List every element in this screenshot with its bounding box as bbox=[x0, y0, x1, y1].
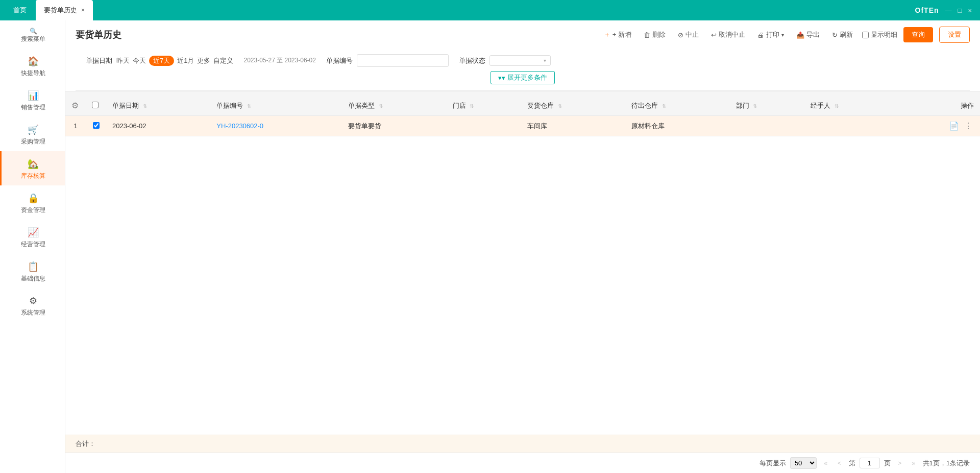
th-req-warehouse: 要货仓库 ⇅ bbox=[521, 96, 625, 116]
sidebar-item-operations-mgmt[interactable]: 📈 经营管理 bbox=[0, 220, 65, 254]
print-button[interactable]: 🖨 打印 ▾ bbox=[754, 28, 787, 41]
sidebar-item-purchase-mgmt[interactable]: 🛒 采购管理 bbox=[0, 117, 65, 151]
sort-pending-warehouse-icon[interactable]: ⇅ bbox=[662, 103, 666, 109]
page-unit: 页 bbox=[884, 459, 891, 468]
sidebar-item-search-menu[interactable]: 🔍 搜索菜单 bbox=[0, 20, 65, 49]
pagination-bar: 每页显示 20 50 100 « < 第 页 > » 共1页，1条记录 bbox=[65, 453, 980, 473]
cancel-stop-label: 取消中止 bbox=[719, 30, 745, 39]
top-bar: 首页 要货单历史 × OfTEn — □ × bbox=[0, 0, 980, 20]
window-maximize-btn[interactable]: □ bbox=[958, 7, 962, 14]
row-checkbox[interactable] bbox=[93, 122, 100, 129]
sort-doc-type-icon[interactable]: ⇅ bbox=[379, 103, 383, 109]
status-select[interactable]: ▾ bbox=[489, 55, 551, 66]
more-btn[interactable]: 更多 bbox=[197, 56, 210, 65]
docno-filter-group: 单据编号 bbox=[326, 54, 449, 67]
th-req-warehouse-label: 要货仓库 bbox=[527, 102, 554, 109]
tab-active[interactable]: 要货单历史 × bbox=[36, 0, 93, 20]
search-menu-icon: 🔍 bbox=[30, 28, 37, 35]
brand-text: OfTEn bbox=[915, 6, 939, 14]
sort-store-icon[interactable]: ⇅ bbox=[470, 103, 474, 109]
select-all-checkbox[interactable] bbox=[92, 102, 99, 108]
display-cell-label: 显示明细 bbox=[871, 30, 897, 39]
new-button[interactable]: ＋ + 新增 bbox=[601, 28, 634, 41]
content-area: 要货单历史 ＋ + 新增 🗑 删除 ⊘ 中止 ↩ bbox=[65, 20, 980, 473]
last7days-btn[interactable]: 近7天 bbox=[149, 56, 174, 66]
sort-doc-date-icon[interactable]: ⇅ bbox=[143, 103, 147, 109]
new-label: + 新增 bbox=[612, 30, 631, 39]
toolbar: ＋ + 新增 🗑 删除 ⊘ 中止 ↩ 取消中止 bbox=[601, 27, 970, 43]
delete-label: 删除 bbox=[652, 30, 666, 39]
stop-button[interactable]: ⊘ 中止 bbox=[675, 28, 702, 41]
td-row-num: 1 bbox=[65, 116, 86, 136]
td-operation: 📄 ⋮ bbox=[894, 116, 980, 136]
th-doc-no: 单据编号 ⇅ bbox=[210, 96, 342, 116]
basic-info-icon: 📋 bbox=[28, 261, 39, 272]
settings-button[interactable]: 设置 bbox=[939, 27, 970, 43]
delete-button[interactable]: 🗑 删除 bbox=[641, 28, 669, 41]
yesterday-btn[interactable]: 昨天 bbox=[116, 56, 130, 65]
sidebar-item-finance-mgmt[interactable]: 🔒 资金管理 bbox=[0, 185, 65, 220]
doc-no-link[interactable]: YH-20230602-0 bbox=[216, 122, 263, 130]
sidebar-item-sales-mgmt[interactable]: 📊 销售管理 bbox=[0, 83, 65, 117]
status-select-arrow-icon: ▾ bbox=[544, 58, 546, 63]
custom-btn[interactable]: 自定义 bbox=[213, 56, 233, 65]
row-more-icon[interactable]: ⋮ bbox=[964, 122, 972, 130]
window-minimize-btn[interactable]: — bbox=[945, 7, 952, 14]
next-page-btn[interactable]: > bbox=[895, 458, 905, 468]
page-number-input[interactable] bbox=[860, 458, 880, 468]
table-area: ⚙ 单据日期 ⇅ 单据编号 ⇅ bbox=[65, 96, 980, 435]
filter-area: 单据日期 昨天 今天 近7天 近1月 更多 自定义 2023-05-27 至 2… bbox=[76, 48, 970, 91]
th-handler-label: 经手人 bbox=[811, 102, 830, 109]
table-header-row: ⚙ 单据日期 ⇅ 单据编号 ⇅ bbox=[65, 96, 980, 116]
tab-home[interactable]: 首页 bbox=[5, 0, 35, 20]
th-department: 部门 ⇅ bbox=[730, 96, 804, 116]
td-doc-no: YH-20230602-0 bbox=[210, 116, 342, 136]
last1month-btn[interactable]: 近1月 bbox=[177, 56, 194, 65]
per-page-select[interactable]: 20 50 100 bbox=[790, 457, 817, 469]
sidebar-item-system-mgmt[interactable]: ⚙ 系统管理 bbox=[0, 288, 65, 322]
th-store: 门店 ⇅ bbox=[447, 96, 521, 116]
sort-doc-no-icon[interactable]: ⇅ bbox=[247, 103, 251, 109]
print-dropdown-icon: ▾ bbox=[781, 32, 784, 38]
filter-row-1: 单据日期 昨天 今天 近7天 近1月 更多 自定义 2023-05-27 至 2… bbox=[86, 54, 960, 67]
window-close-btn[interactable]: × bbox=[968, 7, 972, 14]
th-settings: ⚙ bbox=[65, 96, 86, 116]
docno-input[interactable] bbox=[357, 54, 449, 67]
total-info: 共1页，1条记录 bbox=[923, 459, 970, 468]
sort-handler-icon[interactable]: ⇅ bbox=[835, 103, 839, 109]
stop-icon: ⊘ bbox=[678, 31, 683, 39]
th-pending-warehouse: 待出仓库 ⇅ bbox=[625, 96, 729, 116]
sidebar-item-basic-info[interactable]: 📋 基础信息 bbox=[0, 254, 65, 288]
sidebar-item-quick-nav[interactable]: 🏠 快捷导航 bbox=[0, 49, 65, 83]
export-label: 导出 bbox=[806, 30, 820, 39]
today-btn[interactable]: 今天 bbox=[133, 56, 146, 65]
sidebar-label-search-menu: 搜索菜单 bbox=[21, 35, 45, 43]
sort-req-warehouse-icon[interactable]: ⇅ bbox=[558, 103, 562, 109]
th-operation: 操作 bbox=[894, 96, 980, 116]
pending-warehouse-value: 原材料仓库 bbox=[631, 122, 665, 130]
active-tab-label: 要货单历史 bbox=[44, 6, 77, 15]
query-button[interactable]: 查询 bbox=[903, 27, 933, 42]
th-pending-warehouse-label: 待出仓库 bbox=[631, 102, 658, 109]
table-settings-icon[interactable]: ⚙ bbox=[71, 101, 79, 110]
sidebar-label-sales-mgmt: 销售管理 bbox=[21, 103, 45, 112]
top-bar-right: OfTEn — □ × bbox=[915, 6, 980, 14]
expand-more-label: 展开更多条件 bbox=[507, 73, 547, 82]
row-view-icon[interactable]: 📄 bbox=[949, 122, 959, 130]
prev-page-btn[interactable]: < bbox=[835, 458, 845, 468]
display-cell-button[interactable]: 显示明细 bbox=[862, 30, 897, 39]
sidebar-item-inventory-calc[interactable]: 🏡 库存核算 bbox=[0, 151, 65, 185]
first-page-btn[interactable]: « bbox=[821, 458, 830, 468]
sort-department-icon[interactable]: ⇅ bbox=[753, 103, 757, 109]
export-button[interactable]: 📤 导出 bbox=[793, 28, 823, 41]
td-row-checkbox bbox=[86, 116, 106, 136]
row-num-text: 1 bbox=[74, 122, 77, 130]
td-doc-type: 要货单要货 bbox=[342, 116, 446, 136]
display-cell-checkbox[interactable] bbox=[862, 32, 869, 38]
last-page-btn[interactable]: » bbox=[909, 458, 918, 468]
expand-more-button[interactable]: ▾▾ 展开更多条件 bbox=[491, 71, 555, 84]
page-label: 第 bbox=[849, 459, 855, 468]
tab-close-icon[interactable]: × bbox=[81, 7, 85, 14]
refresh-button[interactable]: ↻ 刷新 bbox=[829, 28, 856, 41]
cancel-stop-button[interactable]: ↩ 取消中止 bbox=[708, 28, 748, 41]
